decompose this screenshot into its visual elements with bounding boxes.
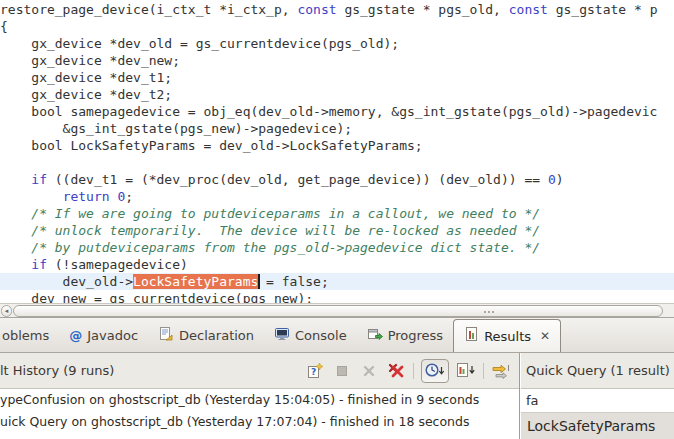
toolbar-separator xyxy=(413,363,414,379)
code-segment: const xyxy=(509,2,548,17)
code-segment: ; xyxy=(125,189,133,204)
code-line[interactable]: gx_device *dev_t1; xyxy=(0,69,674,86)
tab-declaration[interactable]: Declaration xyxy=(148,318,264,352)
stop-button[interactable] xyxy=(332,361,352,381)
remove-all-runs-button[interactable] xyxy=(386,361,406,381)
tab-results[interactable]: Results ✕ xyxy=(453,319,561,352)
code-line[interactable]: /* unlock temporarily. The device will b… xyxy=(0,222,674,239)
code-segment: bool LockSafetyParams = dev_old->LockSaf… xyxy=(0,138,423,153)
scroll-left-button[interactable]: ◂ xyxy=(1,305,12,317)
code-line[interactable]: if (!samepagedevice) xyxy=(0,256,674,273)
view-tab-bar: oblems @ Javadoc Declaration Console xyxy=(0,318,674,353)
code-segment: gx_device *dev_t2; xyxy=(0,87,172,102)
occurrence-highlight: LockSafetyParams xyxy=(133,274,258,289)
code-segment: bool samepagedevice = obj_eq(dev_old->me… xyxy=(0,104,657,119)
panels-row: lt History (9 runs) ? xyxy=(0,353,674,439)
run-row[interactable]: uick Query on ghostscript_db (Yesterday … xyxy=(0,411,519,433)
code-segment: 0 xyxy=(548,172,556,187)
horizontal-scrollbar[interactable]: ◂ xyxy=(0,303,674,318)
result-history-header: lt History (9 runs) ? xyxy=(0,353,519,389)
code-segment: gx_device *dev_t1; xyxy=(0,70,172,85)
code-segment: /* by putdeviceparams from the pgs_old->… xyxy=(31,240,540,255)
code-segment: = false; xyxy=(258,274,328,289)
code-area[interactable]: restore_page_device(i_ctx_t *i_ctx_p, co… xyxy=(0,1,674,307)
bottom-view-area: oblems @ Javadoc Declaration Console xyxy=(0,318,674,439)
quick-query-input-row xyxy=(521,389,674,413)
code-editor[interactable]: restore_page_device(i_ctx_t *i_ctx_p, co… xyxy=(0,0,674,318)
tab-label: Progress xyxy=(388,328,443,343)
result-history-toolbar: ? xyxy=(305,359,519,383)
tab-console[interactable]: Console xyxy=(264,318,357,352)
code-line[interactable]: /* If we are going to putdeviceparams in… xyxy=(0,205,674,222)
code-segment: /* unlock temporarily. The device will b… xyxy=(31,223,540,238)
code-segment: &gs_int_gstate(pgs_new)->pagedevice); xyxy=(0,121,352,136)
code-segment: gs_gstate * pgs_old, xyxy=(337,2,509,17)
code-segment: gx_device *dev_old = gs_currentdevice(pg… xyxy=(0,36,399,51)
remove-run-button[interactable] xyxy=(359,361,379,381)
code-segment: if xyxy=(31,172,47,187)
svg-text:?: ? xyxy=(311,367,316,377)
code-line[interactable]: restore_page_device(i_ctx_t *i_ctx_p, co… xyxy=(0,1,674,18)
code-segment: const xyxy=(297,2,336,17)
report-view-button[interactable] xyxy=(456,361,476,381)
code-line[interactable]: gx_device *dev_old = gs_currentdevice(pg… xyxy=(0,35,674,52)
eclipse-window: { "colors": { "keyword": "#3d40c6", "com… xyxy=(0,0,674,439)
run-row[interactable]: ypeConfusion on ghostscript_db (Yesterda… xyxy=(0,389,519,411)
code-segment: /* If we are going to putdeviceparams in… xyxy=(31,206,540,221)
code-segment xyxy=(0,223,31,238)
stop-icon xyxy=(337,366,347,376)
toolbar-separator xyxy=(483,363,484,379)
quick-query-panel: Quick Query (1 result) LockSafetyParams xyxy=(521,353,674,439)
code-segment: restore_page_device(i_ctx_t *i_ctx_p, xyxy=(0,2,297,17)
console-icon xyxy=(274,327,290,344)
code-segment: { xyxy=(0,19,8,34)
progress-icon xyxy=(367,327,383,344)
results-icon xyxy=(464,327,479,345)
declaration-icon xyxy=(158,327,174,344)
code-segment xyxy=(0,189,63,204)
code-segment: (!samepagedevice) xyxy=(47,257,188,272)
code-segment xyxy=(0,240,31,255)
code-line[interactable]: { xyxy=(0,18,674,35)
code-line[interactable]: if ((dev_t1 = (*dev_proc(dev_old, get_pa… xyxy=(0,171,674,188)
compare-arrows-button[interactable] xyxy=(491,361,511,381)
code-segment: gx_device *dev_new; xyxy=(0,53,180,68)
tab-label: oblems xyxy=(2,328,49,343)
scrollbar-grip xyxy=(484,311,486,313)
code-segment: ) xyxy=(556,172,564,187)
code-line[interactable]: bool LockSafetyParams = dev_old->LockSaf… xyxy=(0,137,674,154)
tab-javadoc[interactable]: @ Javadoc xyxy=(59,318,148,352)
history-view-toggle-button[interactable] xyxy=(421,359,449,383)
tab-label: Javadoc xyxy=(87,328,138,343)
tab-problems[interactable]: oblems xyxy=(0,318,59,352)
code-segment xyxy=(0,257,31,272)
code-line[interactable]: gx_device *dev_new; xyxy=(0,52,674,69)
code-line[interactable]: gx_device *dev_t2; xyxy=(0,86,674,103)
new-query-help-button[interactable]: ? xyxy=(305,361,325,381)
tab-progress[interactable]: Progress xyxy=(357,318,453,352)
scrollbar-thumb[interactable] xyxy=(13,305,663,317)
result-history-title: lt History (9 runs) xyxy=(0,363,114,378)
run-history-list: ypeConfusion on ghostscript_db (Yesterda… xyxy=(0,389,519,439)
code-line[interactable]: /* by putdeviceparams from the pgs_old->… xyxy=(0,239,674,256)
close-icon[interactable]: ✕ xyxy=(540,329,550,343)
code-segment: gs_gstate * p xyxy=(548,2,658,17)
code-line[interactable]: &gs_int_gstate(pgs_new)->pagedevice); xyxy=(0,120,674,137)
code-segment: dev_old-> xyxy=(0,274,133,289)
quick-query-filter-input[interactable] xyxy=(521,389,674,412)
code-segment: if xyxy=(31,257,47,272)
quick-query-result-row[interactable]: LockSafetyParams xyxy=(521,413,674,439)
tab-label: Results xyxy=(484,329,531,344)
code-line[interactable]: bool samepagedevice = obj_eq(dev_old->me… xyxy=(0,103,674,120)
quick-query-header: Quick Query (1 result) xyxy=(521,353,674,389)
code-line[interactable] xyxy=(0,154,674,171)
code-segment: return xyxy=(63,189,110,204)
javadoc-icon: @ xyxy=(69,328,82,343)
tab-label: Console xyxy=(295,328,347,343)
code-segment: ((dev_t1 = (*dev_proc(dev_old, get_page_… xyxy=(47,172,548,187)
tab-label: Declaration xyxy=(179,328,254,343)
code-segment xyxy=(0,206,31,221)
code-line[interactable]: return 0; xyxy=(0,188,674,205)
code-line[interactable]: dev_old->LockSafetyParams = false; xyxy=(0,273,674,290)
quick-query-title: Quick Query (1 result) xyxy=(526,363,670,378)
